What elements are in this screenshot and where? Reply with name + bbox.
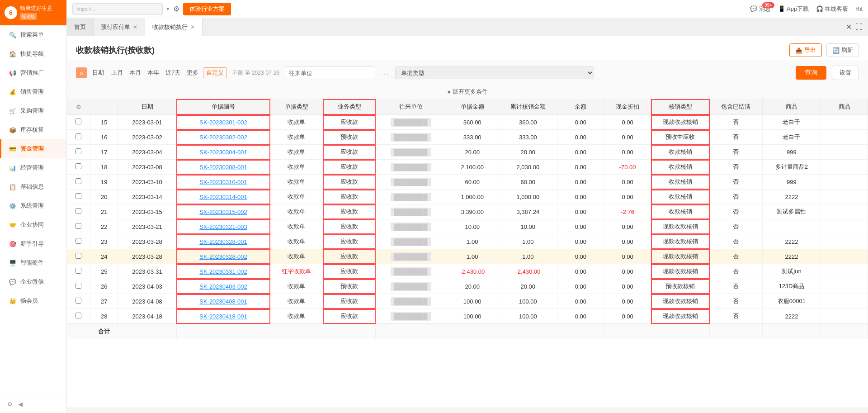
row-checkbox[interactable] <box>75 268 81 274</box>
doc-type-select[interactable]: 单据类型 <box>395 66 594 79</box>
row-checkbox[interactable] <box>75 119 81 124</box>
tab-collection[interactable]: 收款核销执行 ✕ <box>145 18 203 36</box>
query-button[interactable]: 查询 <box>796 66 826 80</box>
doc-no-link[interactable]: SK-20230301-002 <box>199 119 247 126</box>
settings-bottom-icon[interactable]: ⚙ <box>7 401 13 408</box>
custom-date-button[interactable]: 自定义 <box>203 67 227 78</box>
sidebar-item-guide[interactable]: 🎯 新手引导 <box>0 234 66 253</box>
horizontal-scrollbar[interactable] <box>67 408 868 413</box>
doc-no-link[interactable]: SK-20230408-001 <box>199 298 247 305</box>
doc-no-link[interactable]: SK-20230403-002 <box>199 283 247 290</box>
sidebar-item-quicknav[interactable]: 🏠 快捷导航 <box>0 44 66 63</box>
checkbox-cell <box>67 115 90 130</box>
doc-no-link[interactable]: SK-20230310-001 <box>199 179 247 185</box>
discount-cell: 0.00 <box>604 294 651 309</box>
row-checkbox[interactable] <box>75 148 81 154</box>
row-checkbox[interactable] <box>75 163 81 169</box>
sidebar-item-system[interactable]: ⚙️ 系统管理 <box>0 196 66 215</box>
doctype-cell: 红字收款单 <box>270 264 323 279</box>
doc-no-link[interactable]: SK-20230315-002 <box>199 209 247 215</box>
col-settings-header[interactable]: ⚙ <box>67 99 90 115</box>
row-checkbox[interactable] <box>75 298 81 304</box>
sidebar-item-hardware[interactable]: 🖥️ 智能硬件 <box>0 253 66 272</box>
balance-cell: 0.00 <box>557 249 604 264</box>
tab-prepay-close[interactable]: ✕ <box>133 24 137 30</box>
sidebar-item-finance[interactable]: 💳 资金管理 <box>0 139 66 158</box>
expand-window-button[interactable]: ⛶ <box>855 23 863 31</box>
col-settings-icon[interactable]: ⚙ <box>76 104 81 110</box>
biztype-cell: 预收款 <box>323 130 376 145</box>
dropdown-arrow-icon[interactable]: ▾ <box>166 5 170 12</box>
canceltype-cell: 现款收款核销 <box>651 309 710 324</box>
row-checkbox[interactable] <box>75 208 81 214</box>
more-date-button[interactable]: 更多 <box>185 67 200 78</box>
doc-no-link[interactable]: SK-20230302-002 <box>199 134 247 141</box>
this-year-button[interactable]: 本年 <box>146 67 161 78</box>
sidebar-item-marketing[interactable]: 📢 营销推广 <box>0 63 66 82</box>
col-discount-header[interactable]: 现金折扣 <box>604 99 651 115</box>
row-checkbox[interactable] <box>75 193 81 199</box>
app-download-button[interactable]: 📱 App下载 <box>778 5 809 13</box>
user-button[interactable]: Rit <box>855 5 863 12</box>
last-7days-button[interactable]: 近7天 <box>164 67 182 78</box>
row-checkbox[interactable] <box>75 223 81 229</box>
doc-no-link[interactable]: SK-20230331-002 <box>199 268 247 275</box>
partner-unit-input[interactable] <box>285 66 375 79</box>
sidebar-item-member[interactable]: 👑 畅会员 <box>0 291 66 310</box>
url-bar[interactable]: https://... <box>72 3 163 15</box>
gear-icon[interactable]: ⚙ <box>173 5 179 13</box>
sidebar-item-enterprise[interactable]: 🤝 企业协同 <box>0 215 66 234</box>
sidebar-item-inventory[interactable]: 📦 库存核算 <box>0 120 66 139</box>
doc-no-link[interactable]: SK-20230314-001 <box>199 194 247 200</box>
last-month-button[interactable]: 上月 <box>109 67 125 78</box>
sidebar-item-sales[interactable]: 💰 销售管理 <box>0 82 66 101</box>
col-balance-header[interactable]: 余额 <box>557 99 604 115</box>
row-checkbox[interactable] <box>75 283 81 289</box>
this-month-button[interactable]: 本月 <box>127 67 143 78</box>
col-biztype-header[interactable]: 业务类型 <box>323 99 376 115</box>
doc-no-link[interactable]: SK-20230304-001 <box>199 149 247 156</box>
row-checkbox[interactable] <box>75 133 81 139</box>
doc-no-link[interactable]: SK-20230418-001 <box>199 313 247 320</box>
filter-settings-button[interactable]: 设置 <box>832 66 859 80</box>
doc-no-link[interactable]: SK-20230308-001 <box>199 164 247 171</box>
col-date-header[interactable]: 日期 <box>118 99 177 115</box>
col-amount-header[interactable]: 单据金额 <box>446 99 499 115</box>
refresh-button[interactable]: 🔄 刷新 <box>826 43 859 57</box>
col-goods2-header[interactable]: 商品 <box>821 99 868 115</box>
row-checkbox[interactable] <box>75 238 81 244</box>
online-service-button[interactable]: 🎧 在线客服 <box>816 5 848 13</box>
expand-more-button[interactable]: ▾ 展开更多条件 <box>448 88 488 96</box>
col-canceltype-header[interactable]: 核销类型 <box>651 99 710 115</box>
sidebar-item-search[interactable]: 🔍 搜索菜单 <box>0 25 66 44</box>
doc-no-link[interactable]: SK-20230321-003 <box>199 223 247 230</box>
tab-collection-close[interactable]: ✕ <box>190 24 195 30</box>
col-docno-header[interactable]: 单据编号 <box>176 99 270 115</box>
col-goods-header[interactable]: 商品 <box>762 99 821 115</box>
col-doctype-header[interactable]: 单据类型 <box>270 99 323 115</box>
balance-cell: 0.00 <box>557 145 604 160</box>
doc-no-link[interactable]: SK-20230328-001 <box>199 238 247 245</box>
tab-home[interactable]: 首页 <box>67 18 94 36</box>
row-checkbox[interactable] <box>75 253 81 259</box>
sidebar-item-wechat[interactable]: 💬 企业微信 <box>0 272 66 291</box>
docno-cell: SK-20230310-001 <box>176 175 270 190</box>
sidebar-item-purchase[interactable]: 🛒 采购管理 <box>0 101 66 120</box>
col-verified-header[interactable]: 累计核销金额 <box>499 99 557 115</box>
row-checkbox[interactable] <box>75 313 81 318</box>
col-cleared-header[interactable]: 包含已结清 <box>710 99 763 115</box>
filter-toggle-button[interactable]: » <box>76 67 87 78</box>
table-container[interactable]: ⚙ 日期 单据编号 单据类型 业务类型 往来单位 单据金额 累计核销金额 余额 … <box>67 99 868 408</box>
col-partner-header[interactable]: 往来单位 <box>376 99 446 115</box>
message-button[interactable]: 💬 消息 99+ <box>750 5 771 13</box>
close-all-button[interactable]: ✕ <box>846 23 852 31</box>
goods2-cell <box>821 204 868 219</box>
doc-no-link[interactable]: SK-20230328-002 <box>199 253 247 260</box>
export-button[interactable]: 📤 导出 <box>789 43 822 57</box>
tab-prepay[interactable]: 预付应付单 ✕ <box>94 18 145 36</box>
sidebar-item-operations[interactable]: 📊 经营管理 <box>0 158 66 177</box>
industry-solution-button[interactable]: 体验行业方案 <box>183 3 231 15</box>
collapse-icon[interactable]: ◀ <box>18 401 23 408</box>
sidebar-item-basic[interactable]: 📋 基础信息 <box>0 177 66 196</box>
row-checkbox[interactable] <box>75 178 81 184</box>
